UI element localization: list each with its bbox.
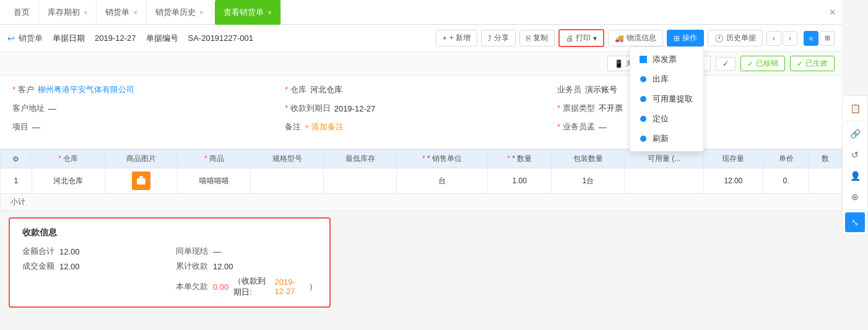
print-icon: 🖨 [566,34,573,43]
locate-item[interactable]: 定位 [630,109,703,129]
add-button[interactable]: + + 新增 [436,30,477,46]
print-dropdown-arrow: ▾ [593,34,597,43]
available-qty-item[interactable]: 可用量提取 [630,89,703,109]
operations-menu: 添发票 出库 可用量提取 定位 [630,46,704,152]
sidebar-refresh-btn[interactable]: ↺ [845,145,865,165]
arrears-value: 0.00 [213,282,228,292]
row-amount [809,168,842,194]
warehouse-label: 仓库 [285,84,306,95]
truck-icon: 🚚 [615,34,624,43]
share-button[interactable]: ⤴ 分享 [481,30,516,46]
col-spec: 规格型号 [251,150,324,168]
confirm-btn[interactable]: ✓ [716,57,736,71]
table-row: 1 河北仓库 嘻嘻嘻嘻 台 1.00 1台 12.00 0. [1,168,842,194]
share-icon: ⤴ [488,34,492,43]
row-available [625,168,704,194]
locate-icon [639,115,648,123]
tab-sales-order[interactable]: 销货单 × [97,0,146,25]
tab-view-sales-order[interactable]: 查看销货单 × [215,0,280,25]
staff-label: 业务员 [557,84,581,95]
outbound-icon [639,75,648,84]
row-image [105,168,178,194]
sidebar-separator-1 [845,121,865,121]
sidebar-user-btn[interactable]: 👤 [845,166,865,186]
col-current-stock: 现存量 [703,150,763,168]
logistics-button[interactable]: 🚚 物流信息 [608,30,663,46]
confirmed-button[interactable]: ✓ 已核销 [740,56,785,71]
row-current-stock: 12.00 [703,168,763,194]
col-image: 商品图片 [105,150,178,168]
cumulative-label: 累计收款 [176,261,208,272]
history-icon: 🕐 [714,34,724,43]
doc-type-label: 销货单 [19,33,43,44]
next-arrow[interactable]: › [783,31,797,46]
close-tab-inventory[interactable]: × [84,9,87,16]
doc-actions: + + 新增 ⤴ 分享 ⎘ 复制 🖨 打印 ▾ 🚚 物流信息 [436,29,835,47]
add-note-btn[interactable]: 添加备注 [305,121,344,132]
product-table-container: ⚙ 仓库 商品图片 商品 规格型号 最低库存 * 销售单位 * 数量 包装数量 … [0,149,842,211]
transaction-label: 成交金额 [22,261,54,272]
operations-button[interactable]: ⊞ 操作 [667,30,704,46]
payment-info-box: 收款信息 金额合计 12.00 同单现结 — 成交金额 12.00 累计收款 1… [9,217,331,308]
grid-view-btn[interactable]: ⊞ [820,31,835,46]
doc-meta: 单据日期 2019-12-27 单据编号 SA-20191227-001 [53,33,253,44]
subtotal-row: 小计 [1,194,842,211]
nav-arrows: ‹ › [766,31,797,46]
close-tab-history[interactable]: × [199,9,203,16]
doc-no-value: SA-20191227-001 [188,33,254,43]
prev-arrow[interactable]: ‹ [766,31,781,46]
tab-bar: 首页 库存期初 × 销货单 × 销货单历史 × 查看销货单 × × [0,0,842,25]
effect-icon: ✓ [797,59,803,68]
window-close-button[interactable]: × [829,6,836,19]
sidebar-view-btn[interactable]: 📋 [845,98,865,118]
sidebar-expand-btn[interactable]: ⤡ [845,212,865,232]
row-product: 嘻嘻嘻嘻 [178,168,251,194]
close-tab-view-sales[interactable]: × [267,9,271,16]
mobile-icon: 📱 [614,59,623,68]
row-min-stock [324,168,397,194]
payment-grid: 金额合计 12.00 同单现结 — 成交金额 12.00 累计收款 12.00 … [22,246,317,298]
warehouse-value: 河北仓库 [310,84,342,95]
cumulative-value: 12.00 [213,262,233,271]
tab-sales-history[interactable]: 销货单历史 × [147,0,212,25]
salesman-value: — [599,123,607,132]
form-row-1: 客户 柳州粤港平安气体有限公司 仓库 河北仓库 业务员 演示账号 [12,84,830,95]
col-unit: * 销售单位 [397,150,488,168]
print-button[interactable]: 🖨 打印 ▾ [558,29,604,47]
date-value: 2019-12-27 [95,33,136,43]
add-invoice-icon [639,55,648,64]
customer-value[interactable]: 柳州粤港平安气体有限公司 [38,84,134,95]
row-qty: 1.00 [488,168,552,194]
effect-button[interactable]: ✓ 已生效 [790,56,835,71]
address-field: 客户地址 — [12,103,285,114]
same-settlement-value: — [213,247,221,256]
sidebar-link-btn[interactable]: 🔗 [845,124,865,144]
same-settlement-row: 同单现结 — [176,246,317,257]
outbound-item[interactable]: 出库 [630,69,703,89]
sidebar-settings-btn[interactable]: ⊛ [845,187,865,207]
refresh-item[interactable]: 刷新 [630,129,703,149]
sales-order-icon: ↩ [7,33,15,43]
close-tab-sales[interactable]: × [133,9,137,16]
available-qty-icon [639,95,648,103]
address-label: 客户地址 [12,103,45,114]
product-table: ⚙ 仓库 商品图片 商品 规格型号 最低库存 * 销售单位 * 数量 包装数量 … [0,149,842,211]
date-label: 单据日期 [53,33,85,44]
tab-home[interactable]: 首页 [5,0,39,25]
note-field: 备注 添加备注 [285,121,557,132]
product-image [132,172,150,190]
list-view-btn[interactable]: ≡ [804,31,818,46]
total-amount-label: 金额合计 [22,246,54,257]
product-img-icon [136,175,147,186]
arrears-note: （收款到期日: [233,276,269,298]
col-price: 单价 [763,150,809,168]
tab-inventory-init[interactable]: 库存期初 × [39,0,97,25]
add-invoice-item[interactable]: 添发票 [630,50,703,69]
history-doc-button[interactable]: 🕐 历史单据 [708,30,763,46]
arrears-row: 本单欠款 0.00 （收款到期日: 2019-12-27 ） [176,276,317,298]
doc-header: ↩ 销货单 单据日期 2019-12-27 单据编号 SA-20191227-0… [0,25,842,52]
sidebar-separator-2 [845,209,865,210]
svg-rect-0 [137,178,145,185]
copy-button[interactable]: ⎘ 复制 [519,30,555,46]
row-warehouse: 河北仓库 [32,168,105,194]
